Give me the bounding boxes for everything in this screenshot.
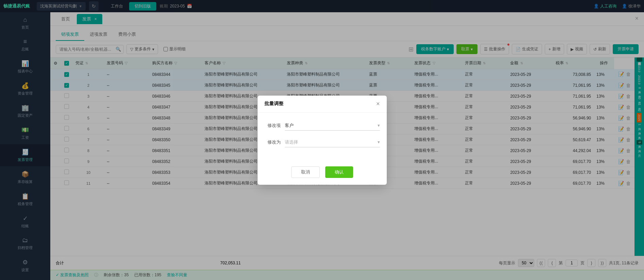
- modify-item-row: 修改项 客户 ▾: [264, 121, 380, 131]
- cancel-button[interactable]: 取消: [291, 166, 320, 178]
- modify-to-placeholder: 请选择: [285, 139, 298, 145]
- modify-item-arrow-icon: ▾: [378, 123, 380, 128]
- modal-body: 修改项 客户 ▾ 修改为 请选择 ▾: [258, 113, 387, 162]
- modify-to-arrow-icon: ▾: [378, 139, 380, 145]
- modify-item-select[interactable]: 客户 ▾: [285, 121, 380, 131]
- confirm-button[interactable]: 确认: [325, 166, 353, 178]
- batch-adjust-modal: 批量调整 × 修改项 客户 ▾ 修改为 请选择 ▾ 取消 确认: [258, 96, 387, 185]
- modify-to-label: 修改为: [264, 139, 281, 145]
- modal-title: 批量调整: [264, 101, 283, 107]
- modal-close-button[interactable]: ×: [376, 100, 380, 108]
- modify-to-row: 修改为 请选择 ▾: [264, 137, 380, 147]
- modify-item-value: 客户: [285, 122, 294, 129]
- modal-header: 批量调整 ×: [258, 96, 387, 113]
- modify-item-label: 修改项: [264, 122, 281, 129]
- modal-overlay: 批量调整 × 修改项 客户 ▾ 修改为 请选择 ▾ 取消 确认: [0, 0, 644, 280]
- modify-to-select[interactable]: 请选择 ▾: [285, 137, 380, 147]
- modal-footer: 取消 确认: [258, 162, 387, 185]
